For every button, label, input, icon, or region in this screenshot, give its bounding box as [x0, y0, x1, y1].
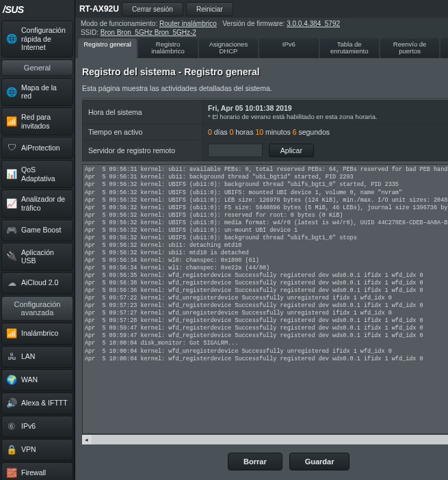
- uptime-label: Tiempo en activo: [82, 124, 202, 139]
- sidebar-item-game-boost[interactable]: 🎮Game Boost: [1, 219, 73, 241]
- sidebar-item-ipv6[interactable]: ⑥IPv6: [1, 416, 73, 438]
- nav-label: Configuración rápida de Internet: [21, 26, 68, 52]
- remote-log-input[interactable]: [208, 144, 263, 157]
- sidebar-item-label: Firewall: [21, 468, 46, 477]
- sidebar-item-label: VPN: [21, 445, 36, 454]
- system-time-label: Hora del sistema: [82, 100, 202, 124]
- section-general: General: [1, 59, 73, 76]
- fw-label: Versión de firmware:: [222, 20, 285, 27]
- reboot-button[interactable]: Reiniciar: [186, 2, 233, 16]
- remote-log-label: Servidor de registro remoto: [82, 139, 202, 161]
- content: Registro del sistema - Registro general …: [75, 58, 448, 480]
- topbar: RT-AX92U Cerrar sesión Reiniciar Español…: [75, 0, 448, 18]
- nav-icon: 🧱: [6, 468, 17, 479]
- ssid-values: Bron Bron_5GHz Bron_5GHz-2: [101, 29, 196, 36]
- tab-tabla-de-enrutamiento[interactable]: Tabla de enrutamiento: [320, 38, 379, 58]
- mode-label: Modo de funcionamiento:: [81, 20, 157, 27]
- tab-ipv6[interactable]: IPv6: [259, 38, 318, 58]
- nav-icon: 🎮: [6, 225, 17, 236]
- sidebar-item-aicloud-2-0[interactable]: ☁AiCloud 2.0: [1, 272, 73, 294]
- tab-conexiones[interactable]: Conexiones: [440, 38, 448, 58]
- sidebar-item-lan[interactable]: 🖧LAN: [1, 346, 73, 368]
- sidebar-item-label: QoS Adaptativa: [21, 165, 68, 183]
- save-button[interactable]: Guardar: [289, 453, 350, 470]
- nav-icon: ⑥: [6, 421, 17, 432]
- nav-icon: 📶: [6, 116, 17, 127]
- clear-button[interactable]: Borrar: [228, 453, 282, 470]
- sidebar-item-red-para-invitados[interactable]: 📶Red para invitados: [1, 107, 73, 135]
- sidebar-item-aiprotection[interactable]: 🛡AiProtection: [1, 137, 73, 159]
- log-textarea[interactable]: Apr 5 09:56:31 kernel: ubi1: available P…: [82, 164, 448, 434]
- horizontal-scrollbar[interactable]: ◂ ▸: [82, 435, 448, 444]
- nav-icon: 📊: [6, 169, 17, 180]
- infobar: Modo de funcionamiento: Router inalámbri…: [75, 18, 448, 38]
- sidebar-item-label: IPv6: [21, 422, 36, 431]
- sidebar-item-label: Alexa & IFTTT: [21, 399, 68, 408]
- sidebar-item-aplicaci-n-usb[interactable]: 🔌Aplicación USB: [1, 243, 73, 271]
- action-row: Borrar Guardar: [82, 444, 448, 475]
- sidebar-item-label: Aplicación USB: [21, 248, 68, 265]
- ssid-label: SSID:: [81, 29, 98, 36]
- remote-log-cell: Aplicar: [202, 139, 448, 161]
- nav-icon: 🌐: [6, 86, 17, 97]
- tab-registro-general[interactable]: Registro general: [78, 38, 137, 58]
- sidebar-item-label: WAN: [21, 375, 38, 384]
- nav-icon: 🔊: [6, 398, 17, 409]
- nav-icon: 📶: [6, 328, 17, 339]
- device-model: RT-AX92U: [79, 4, 119, 14]
- nav-icon: 🌍: [6, 375, 17, 386]
- sidebar-item-mapa-de-la-red[interactable]: 🌐Mapa de la red: [1, 78, 73, 106]
- nav-icon: 🔒: [6, 444, 17, 455]
- brand-row: /SUS: [1, 1, 73, 19]
- system-time-cell: Fri, Apr 05 10:01:38 2019 * El horario d…: [202, 100, 448, 124]
- logout-button[interactable]: Cerrar sesión: [122, 2, 183, 16]
- sidebar-item-analizador-de-tr-fico[interactable]: 📈Analizador de tráfico: [1, 189, 73, 217]
- nav-icon: 📈: [6, 198, 17, 209]
- nav-quick-setup[interactable]: 🌐 Configuración rápida de Internet: [1, 21, 73, 57]
- sidebar-item-label: Game Boost: [21, 226, 61, 235]
- sidebar: /SUS 🌐 Configuración rápida de Internet …: [0, 0, 75, 480]
- nav-icon: 🖧: [6, 351, 17, 362]
- sidebar-item-vpn[interactable]: 🔒VPN: [1, 439, 73, 461]
- mode-value[interactable]: Router inalámbrico: [159, 20, 217, 27]
- sidebar-item-label: Red para invitados: [21, 113, 68, 130]
- sidebar-item-qos-adaptativa[interactable]: 📊QoS Adaptativa: [1, 160, 73, 188]
- sidebar-item-label: LAN: [21, 352, 35, 361]
- apply-button[interactable]: Aplicar: [269, 144, 314, 157]
- brand-logo: /SUS: [3, 4, 24, 15]
- globe-icon: 🌐: [6, 34, 17, 44]
- sidebar-item-firewall[interactable]: 🧱Firewall: [1, 462, 73, 480]
- system-time-value: Fri, Apr 05 10:01:38 2019: [208, 104, 292, 112]
- nav-icon: 🛡: [6, 142, 17, 153]
- nav-icon: ☁: [6, 278, 17, 289]
- sidebar-item-label: AiCloud 2.0: [21, 278, 58, 287]
- tab-registro-inal-mbrico[interactable]: Registro inalámbrico: [138, 38, 197, 58]
- sidebar-item-label: Analizador de tráfico: [21, 195, 68, 212]
- uptime-value: 0 días 0 horas 10 minutos 6 segundos: [202, 124, 448, 139]
- section-advanced: Configuración avanzada: [1, 296, 73, 321]
- tabs: Registro generalRegistro inalámbricoAsig…: [75, 38, 448, 58]
- tab-asignaciones-dhcp[interactable]: Asignaciones DHCP: [199, 38, 258, 58]
- page-title: Registro del sistema - Registro general: [82, 64, 448, 84]
- sidebar-item-label: AiProtection: [21, 144, 60, 152]
- info-table: Hora del sistema Fri, Apr 05 10:01:38 20…: [82, 100, 448, 162]
- scroll-left-icon[interactable]: ◂: [82, 435, 92, 444]
- sidebar-item-inal-mbrico[interactable]: 📶Inalámbrico: [1, 323, 73, 345]
- sidebar-item-wan[interactable]: 🌍WAN: [1, 369, 73, 391]
- page-desc: Esta página muestra las actividades deta…: [82, 84, 448, 98]
- sidebar-item-alexa-ifttt[interactable]: 🔊Alexa & IFTTT: [1, 392, 73, 414]
- sidebar-item-label: Mapa de la red: [21, 83, 68, 101]
- sidebar-item-label: Inalámbrico: [21, 329, 58, 338]
- tab-reenv-o-de-puertos[interactable]: Reenvío de puertos: [380, 38, 439, 58]
- dst-note: * El horario de verano está habilitado e…: [208, 113, 378, 120]
- fw-value[interactable]: 3.0.0.4.384_5792: [287, 20, 340, 27]
- main: RT-AX92U Cerrar sesión Reiniciar Español…: [75, 0, 448, 480]
- nav-icon: 🔌: [6, 251, 17, 262]
